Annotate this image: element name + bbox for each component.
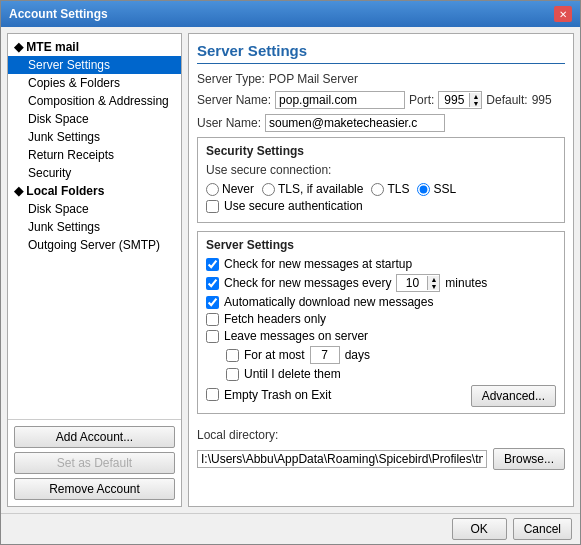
sidebar-item-disk-space[interactable]: Disk Space	[8, 110, 181, 128]
port-arrows: ▲ ▼	[469, 93, 481, 107]
check-startup-row: Check for new messages at startup	[206, 257, 556, 271]
footer: OK Cancel	[1, 513, 580, 544]
server-name-input[interactable]	[275, 91, 405, 109]
sidebar-item-outgoing-smtp[interactable]: Outgoing Server (SMTP)	[8, 236, 181, 254]
radio-tls-if-input[interactable]	[262, 183, 275, 196]
radio-tls-input[interactable]	[371, 183, 384, 196]
empty-trash-checkbox[interactable]	[206, 388, 219, 401]
check-startup-checkbox[interactable]	[206, 258, 219, 271]
sidebar-item-junk-settings[interactable]: Junk Settings	[8, 128, 181, 146]
auth-checkbox[interactable]	[206, 200, 219, 213]
server-name-row: Server Name: Port: ▲ ▼ Default: 995	[197, 91, 565, 109]
radio-never-input[interactable]	[206, 183, 219, 196]
port-spinner[interactable]: ▲ ▼	[438, 91, 482, 109]
auto-download-row: Automatically download new messages	[206, 295, 556, 309]
radio-tls-if-label: TLS, if available	[278, 182, 363, 196]
radio-tls[interactable]: TLS	[371, 182, 409, 196]
radio-never-label: Never	[222, 182, 254, 196]
sidebar-group-local-folders[interactable]: ◆ Local Folders	[8, 182, 181, 200]
check-startup-label: Check for new messages at startup	[224, 257, 412, 271]
for-at-most-checkbox[interactable]	[226, 349, 239, 362]
server-section-title: Server Settings	[206, 238, 556, 252]
remove-account-button[interactable]: Remove Account	[14, 478, 175, 500]
port-up-arrow[interactable]: ▲	[470, 93, 481, 100]
security-settings-section: Security Settings Use secure connection:…	[197, 137, 565, 223]
server-settings-section: Server Settings Check for new messages a…	[197, 231, 565, 414]
local-dir-input[interactable]	[197, 450, 487, 468]
for-at-most-row: For at most days	[206, 346, 556, 364]
port-input[interactable]	[439, 92, 469, 108]
radio-tls-if[interactable]: TLS, if available	[262, 182, 363, 196]
leave-messages-checkbox[interactable]	[206, 330, 219, 343]
sidebar-item-composition[interactable]: Composition & Addressing	[8, 92, 181, 110]
browse-button[interactable]: Browse...	[493, 448, 565, 470]
local-dir-label: Local directory:	[197, 428, 278, 442]
fetch-headers-row: Fetch headers only	[206, 312, 556, 326]
cancel-button[interactable]: Cancel	[513, 518, 572, 540]
set-default-button[interactable]: Set as Default	[14, 452, 175, 474]
empty-trash-row: Empty Trash on Exit Advanced...	[206, 385, 556, 407]
radio-tls-label: TLS	[387, 182, 409, 196]
minutes-label: minutes	[445, 276, 487, 290]
fetch-headers-checkbox[interactable]	[206, 313, 219, 326]
minutes-down-arrow[interactable]: ▼	[428, 283, 439, 290]
sidebar-item-security[interactable]: Security	[8, 164, 181, 182]
sidebar-group-mte-mail[interactable]: ◆ MTE mail	[8, 38, 181, 56]
sidebar: ◆ MTE mail Server Settings Copies & Fold…	[7, 33, 182, 507]
server-type-row: Server Type: POP Mail Server	[197, 72, 565, 86]
minutes-input[interactable]	[397, 275, 427, 291]
main-panel: Server Settings Server Type: POP Mail Se…	[188, 33, 574, 507]
radio-ssl[interactable]: SSL	[417, 182, 456, 196]
port-label: Port:	[409, 93, 434, 107]
server-type-label: Server Type:	[197, 72, 265, 86]
content-area: ◆ MTE mail Server Settings Copies & Fold…	[1, 27, 580, 513]
user-name-row: User Name:	[197, 114, 565, 132]
port-down-arrow[interactable]: ▼	[470, 100, 481, 107]
minutes-up-arrow[interactable]: ▲	[428, 276, 439, 283]
radio-ssl-label: SSL	[433, 182, 456, 196]
sidebar-item-server-settings[interactable]: Server Settings	[8, 56, 181, 74]
user-name-input[interactable]	[265, 114, 445, 132]
ok-button[interactable]: OK	[452, 518, 507, 540]
default-label: Default:	[486, 93, 527, 107]
security-section-title: Security Settings	[206, 144, 556, 158]
auth-checkbox-row: Use secure authentication	[206, 199, 556, 213]
auto-download-checkbox[interactable]	[206, 296, 219, 309]
radio-ssl-input[interactable]	[417, 183, 430, 196]
until-delete-row: Until I delete them	[206, 367, 556, 381]
security-radio-row: Never TLS, if available TLS SSL	[206, 182, 556, 196]
days-input[interactable]	[310, 346, 340, 364]
server-name-label: Server Name:	[197, 93, 271, 107]
for-at-most-label: For at most	[244, 348, 305, 362]
until-delete-label: Until I delete them	[244, 367, 341, 381]
sidebar-item-return-receipts[interactable]: Return Receipts	[8, 146, 181, 164]
local-dir-row: Local directory:	[197, 428, 565, 442]
sidebar-buttons: Add Account... Set as Default Remove Acc…	[8, 419, 181, 506]
account-settings-window: Account Settings ✕ ◆ MTE mail Server Set…	[0, 0, 581, 545]
user-name-label: User Name:	[197, 116, 261, 130]
radio-never[interactable]: Never	[206, 182, 254, 196]
sidebar-item-local-disk-space[interactable]: Disk Space	[8, 200, 181, 218]
sidebar-item-copies-folders[interactable]: Copies & Folders	[8, 74, 181, 92]
days-label: days	[345, 348, 370, 362]
leave-messages-row: Leave messages on server	[206, 329, 556, 343]
add-account-button[interactable]: Add Account...	[14, 426, 175, 448]
empty-trash-label: Empty Trash on Exit	[224, 388, 331, 402]
check-every-label: Check for new messages every	[224, 276, 391, 290]
check-every-row: Check for new messages every ▲ ▼ minutes	[206, 274, 556, 292]
server-type-value: POP Mail Server	[269, 72, 358, 86]
minutes-spinner[interactable]: ▲ ▼	[396, 274, 440, 292]
close-button[interactable]: ✕	[554, 6, 572, 22]
sidebar-item-local-junk[interactable]: Junk Settings	[8, 218, 181, 236]
fetch-headers-label: Fetch headers only	[224, 312, 326, 326]
empty-trash-checkbox-row: Empty Trash on Exit	[206, 388, 331, 402]
until-delete-checkbox[interactable]	[226, 368, 239, 381]
panel-title: Server Settings	[197, 42, 565, 64]
check-every-checkbox[interactable]	[206, 277, 219, 290]
minutes-arrows: ▲ ▼	[427, 276, 439, 290]
auto-download-label: Automatically download new messages	[224, 295, 433, 309]
leave-messages-label: Leave messages on server	[224, 329, 368, 343]
use-secure-label: Use secure connection:	[206, 163, 331, 177]
title-bar: Account Settings ✕	[1, 1, 580, 27]
advanced-button[interactable]: Advanced...	[471, 385, 556, 407]
